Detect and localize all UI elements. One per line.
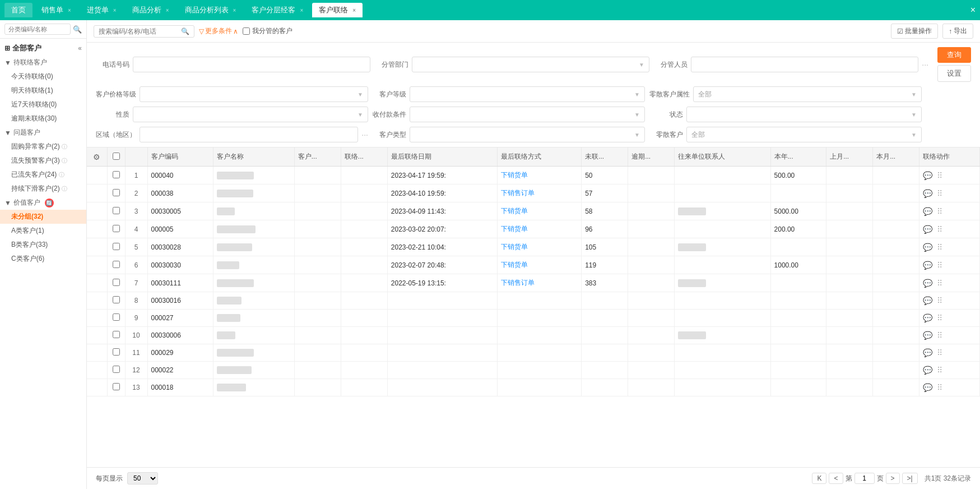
row-check[interactable]	[107, 184, 125, 202]
my-customers-filter[interactable]: 我分管的客户	[243, 26, 292, 36]
scatter-attr-select[interactable]: 全部 ▼	[693, 86, 922, 102]
more-action-icon[interactable]: ⠿	[937, 383, 942, 392]
sidebar-item-week-pending[interactable]: 近7天待联络(0)	[0, 98, 86, 112]
search-icon[interactable]: 🔍	[181, 27, 189, 35]
sidebar-collapse-btn[interactable]: «	[78, 44, 82, 52]
th-this-year[interactable]: 本年...	[770, 147, 826, 167]
sidebar-item-churned[interactable]: 已流失客户(24) ⓘ	[0, 168, 86, 182]
contact-icon[interactable]: 💬	[923, 243, 932, 252]
price-level-select[interactable]: ▼	[140, 86, 368, 102]
contact-icon[interactable]: 💬	[923, 207, 932, 216]
sidebar-group-pending[interactable]: ▼ 待联络客户	[0, 56, 86, 70]
sidebar-item-churn-warning[interactable]: 流失预警客户(3) ⓘ	[0, 154, 86, 168]
row-check[interactable]	[107, 327, 125, 344]
more-action-icon[interactable]: ⠿	[937, 189, 942, 198]
contact-icon[interactable]: 💬	[923, 331, 932, 340]
sidebar-item-abnormal[interactable]: 固购异常客户(2) ⓘ	[0, 140, 86, 154]
sidebar-search-icon[interactable]: 🔍	[73, 25, 82, 34]
contact-icon[interactable]: 💬	[923, 313, 932, 322]
settings-icon[interactable]: ⚙	[93, 153, 100, 162]
sidebar-item-today-pending[interactable]: 今天待联络(0)	[0, 70, 86, 84]
tab-customer-segment[interactable]: 客户分层经客 ×	[245, 3, 310, 17]
more-action-icon[interactable]: ⠿	[937, 171, 942, 180]
th-type[interactable]: 客户...	[294, 147, 341, 167]
row-check[interactable]	[107, 220, 125, 238]
page-size-select[interactable]: 50 20 100	[127, 472, 158, 485]
row-checkbox[interactable]	[113, 261, 120, 268]
sidebar-item-overdue-pending[interactable]: 逾期未联络(30)	[0, 112, 86, 126]
filter-search-box[interactable]: 🔍	[94, 25, 194, 38]
row-check[interactable]	[107, 292, 125, 310]
tab-sales[interactable]: 销售单 ×	[35, 3, 78, 17]
contact-icon[interactable]: 💬	[923, 225, 932, 234]
th-contact-person[interactable]: 往来单位联系人	[675, 147, 770, 167]
th-last-contact-date[interactable]: 最后联络日期	[387, 147, 497, 167]
dept-select[interactable]: ▼	[412, 57, 649, 72]
row-check[interactable]	[107, 362, 125, 379]
row-check[interactable]	[107, 256, 125, 274]
export-btn[interactable]: ↑ 导出	[942, 24, 973, 39]
th-un-contact[interactable]: 未联...	[582, 147, 628, 167]
tab-customer-segment-close[interactable]: ×	[300, 7, 303, 13]
contact-icon[interactable]: 💬	[923, 279, 932, 288]
sidebar-group-value[interactable]: ▼ 价值客户 🔄	[0, 196, 86, 210]
row-checkbox[interactable]	[113, 366, 120, 373]
row-check[interactable]	[107, 310, 125, 327]
more-action-icon[interactable]: ⠿	[937, 207, 942, 216]
row-check[interactable]	[107, 274, 125, 292]
contact-icon[interactable]: 💬	[923, 171, 932, 180]
row-check[interactable]	[107, 238, 125, 256]
th-last-month[interactable]: 上月...	[826, 147, 873, 167]
row-checkbox[interactable]	[113, 225, 120, 232]
row-checkbox[interactable]	[113, 348, 120, 356]
more-action-icon[interactable]: ⠿	[937, 225, 942, 234]
filter-search-input[interactable]	[99, 27, 179, 35]
next-page-btn[interactable]: >	[886, 473, 900, 484]
row-checkbox[interactable]	[113, 331, 120, 338]
sidebar-item-tomorrow-pending[interactable]: 明天待联络(1)	[0, 84, 86, 98]
reset-btn[interactable]: 设置	[937, 65, 971, 82]
sidebar-search-input[interactable]	[4, 24, 71, 35]
row-checkbox[interactable]	[113, 383, 120, 390]
person-dots[interactable]: ···	[922, 60, 928, 69]
tab-purchase-close[interactable]: ×	[113, 7, 117, 13]
contact-icon[interactable]: 💬	[923, 261, 932, 270]
th-this-month[interactable]: 本月...	[873, 147, 919, 167]
more-action-icon[interactable]: ⠿	[937, 296, 942, 305]
th-name[interactable]: 客户名称	[213, 147, 294, 167]
select-all-checkbox[interactable]	[113, 153, 120, 160]
row-checkbox[interactable]	[113, 279, 120, 286]
row-check[interactable]	[107, 344, 125, 362]
tab-product-analysis[interactable]: 商品分析 ×	[126, 3, 176, 17]
person-select[interactable]	[691, 57, 918, 72]
my-customers-checkbox[interactable]	[243, 27, 250, 35]
row-check[interactable]	[107, 202, 125, 220]
payment-select[interactable]: ▼	[410, 107, 645, 122]
row-checkbox[interactable]	[113, 207, 120, 214]
more-action-icon[interactable]: ⠿	[937, 279, 942, 288]
tab-customer-contact[interactable]: 客户联络 ×	[312, 3, 363, 17]
sidebar-all-customers[interactable]: ⊞ 全部客户 «	[0, 39, 86, 56]
th-last-contact-way[interactable]: 最后联络方式	[498, 147, 582, 167]
row-checkbox[interactable]	[113, 313, 120, 321]
contact-icon[interactable]: 💬	[923, 366, 932, 375]
th-settings[interactable]: ⚙	[87, 147, 107, 167]
contact-icon[interactable]: 💬	[923, 189, 932, 198]
nature-select[interactable]: ▼	[133, 107, 368, 122]
row-checkbox[interactable]	[113, 296, 120, 303]
sidebar-item-ungrouped[interactable]: 未分组(32)	[0, 210, 86, 224]
row-checkbox[interactable]	[113, 171, 120, 178]
row-checkbox[interactable]	[113, 189, 120, 196]
contact-icon[interactable]: 💬	[923, 348, 932, 357]
tab-purchase[interactable]: 进货单 ×	[80, 3, 123, 17]
region-select[interactable]	[140, 127, 358, 142]
contact-icon[interactable]: 💬	[923, 383, 932, 392]
region-dots[interactable]: ···	[361, 130, 368, 139]
row-check[interactable]	[107, 379, 125, 396]
more-action-icon[interactable]: ⠿	[937, 348, 942, 357]
first-page-btn[interactable]: K	[812, 473, 826, 484]
tab-product-analysis-list[interactable]: 商品分析列表 ×	[178, 3, 243, 17]
customer-level-select[interactable]: ▼	[410, 86, 645, 102]
more-action-icon[interactable]: ⠿	[937, 331, 942, 340]
contact-icon[interactable]: 💬	[923, 296, 932, 305]
